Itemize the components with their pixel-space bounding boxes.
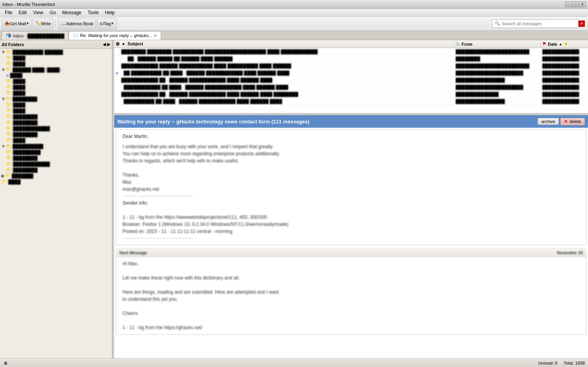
tab-inbox-label: Inbox - ████████████ <box>13 34 64 38</box>
tab-thread[interactable]: ✉️ Re: Waiting for your reply -- gHacks.… <box>69 31 161 40</box>
menu-go[interactable]: Go <box>46 9 59 16</box>
search-box: 🔍 <box>492 19 579 28</box>
folder-item[interactable]: 📁 ████ <box>0 90 112 96</box>
toolbar-separator-1 <box>56 19 56 28</box>
folder-item[interactable]: 📁 ████████ <box>0 155 112 161</box>
email-from: ████████████████ <box>454 77 541 83</box>
column-header-subject[interactable]: ⊞ ● Subject <box>114 41 454 47</box>
thread-icon: ⊞ <box>116 41 119 46</box>
email-from: ████████████████████████ <box>454 63 541 69</box>
message-thanks: Thanks, <box>122 171 580 179</box>
sender-info-line-3: Posted on: 2023 - 11 - 11 11:11:11 centr… <box>122 228 580 235</box>
email-subject: ████████████ ██ - ██████ ████████████ ██… <box>120 77 454 83</box>
email-row[interactable]: ████████████ ██ - ██████ ████████████ ██… <box>114 76 588 84</box>
write-button[interactable]: ✏️ Write <box>33 18 54 30</box>
minimize-button[interactable]: ─ <box>565 2 571 7</box>
folder-icon: 📁 <box>6 167 12 172</box>
folder-item[interactable]: 📁 ████████ <box>0 131 112 137</box>
delete-button[interactable]: ✕ delete <box>560 118 585 125</box>
sender-info-label: Sender info: <box>122 199 580 207</box>
folder-icon: 📁 <box>6 149 12 155</box>
folder-item[interactable]: 📁 ████████ <box>0 167 112 173</box>
menu-edit[interactable]: Edit <box>15 9 30 16</box>
folder-item[interactable]: 📁 ████ <box>0 179 112 184</box>
folder-item[interactable]: ▼ 📁 ████████ <box>0 96 112 102</box>
menu-view[interactable]: View <box>30 9 46 16</box>
email-status: ● <box>114 71 120 75</box>
attachment-icon: 📎 <box>456 42 460 46</box>
star-col-icon: ★ <box>564 41 568 47</box>
email-subject: ████████ ████████ ██████████ ███████████… <box>120 49 454 54</box>
message-2-sender: Next Message <box>119 250 147 255</box>
folder-list: ▼ 📁 ██████████ ██████ 📁 ████ 📁 ████ ▼ 📁 … <box>0 49 112 184</box>
folder-item[interactable]: 📁 ████████████ <box>0 125 112 131</box>
folder-tree[interactable]: ▼ 📁 ██████████ ██████ 📁 ████ 📁 ████ ▼ 📁 … <box>0 49 112 358</box>
status-icon: ● <box>122 41 125 46</box>
folder-item[interactable]: ● ████ <box>0 73 112 78</box>
menu-file[interactable]: File <box>2 9 15 16</box>
tab-inbox[interactable]: 📬 Inbox - ████████████ <box>2 31 69 40</box>
folder-item[interactable]: 📁 ████ <box>0 108 112 114</box>
sidebar: All Folders ◀ ▶ ▼ 📁 ██████████ ██████ 📁 … <box>0 40 112 358</box>
folder-item[interactable]: ▼ 📁 ██████ ████ (████) <box>0 67 112 73</box>
close-button[interactable]: ✕ <box>579 2 586 7</box>
folder-item[interactable]: ▶ 📁 ███████ <box>0 173 112 179</box>
content-area: ⊞ ● Subject 📎 From ⚑ Date ▲ ★ ████████ █… <box>114 40 588 358</box>
message-line-2: You can help us to achieve more regardin… <box>122 150 580 157</box>
folder-item[interactable]: 📁 ████████████ <box>0 161 112 167</box>
folder-item[interactable]: 📁 ████ <box>0 61 112 67</box>
msg2-line-1: Hi Max, <box>122 260 580 267</box>
email-row[interactable]: ████████████ ██ ████ - ██████ ██████████… <box>114 84 588 91</box>
folder-item[interactable]: ▼ 📁 ██████████ ██████ <box>0 49 112 55</box>
get-mail-button[interactable]: 📥 Get Mail ▼ <box>2 18 32 30</box>
tab-thread-label: Re: Waiting for your reply -- gHacks... <box>80 33 152 38</box>
thread-panel: Waiting for your reply -- gHacks technol… <box>114 115 588 358</box>
folder-item[interactable]: 📁 ████ <box>0 78 112 84</box>
email-list-header: ⊞ ● Subject 📎 From ⚑ Date ▲ ★ <box>114 40 588 48</box>
tab-close-button[interactable]: ✕ <box>154 34 157 38</box>
window-title: Inbox - Mozilla Thunderbird <box>2 2 55 7</box>
folder-item[interactable]: 📁 █████████ <box>0 149 112 155</box>
email-row[interactable]: ████████████ ██ - ██████ ████████████ ██… <box>114 91 588 98</box>
column-header-from[interactable]: 📎 From <box>454 42 541 47</box>
archive-button[interactable]: archive <box>538 118 558 125</box>
email-row[interactable]: ████████ ████████ ██████████ ███████████… <box>114 48 588 55</box>
email-from: ██████████████████████ <box>454 70 541 76</box>
thread-actions: archive ✕ delete <box>538 118 585 125</box>
folder-icon: 📁 <box>6 132 12 137</box>
menu-message[interactable]: Message <box>59 9 85 16</box>
search-close-button[interactable]: ✕ <box>579 20 585 27</box>
folder-item[interactable]: 📁 ████ <box>0 84 112 90</box>
main-layout: All Folders ◀ ▶ ▼ 📁 ██████████ ██████ 📁 … <box>0 40 588 358</box>
dropdown-arrow-icon: ▼ <box>26 22 29 25</box>
sidebar-header: All Folders ◀ ▶ <box>0 40 112 49</box>
email-row[interactable]: ██████████ ██ ████ - ██████ ████████████… <box>114 98 588 105</box>
folder-icon: 📁 <box>6 114 12 119</box>
search-input[interactable] <box>502 21 576 26</box>
menu-tools[interactable]: Tools <box>85 9 102 16</box>
menu-help[interactable]: Help <box>102 9 118 16</box>
folder-icon: 📁 <box>6 78 12 84</box>
msg2-line-4: to understand this yet you. <box>122 296 580 303</box>
column-header-date[interactable]: ⚑ Date ▲ ★ <box>541 41 588 47</box>
status-icon: 🖥 <box>3 361 7 365</box>
email-row[interactable]: ● ██ ██████████ ██ ████ - ██████ ███████… <box>114 69 588 76</box>
search-wrapper: 🔍 ✕ <box>118 19 586 28</box>
folder-item[interactable]: 📁 ████ <box>0 102 112 108</box>
folder-item[interactable]: 📁 ████ <box>0 55 112 61</box>
maximize-button[interactable]: □ <box>572 2 579 7</box>
flag-icon: ⚑ <box>542 41 546 47</box>
address-book-button[interactable]: 📖 Address Book <box>58 18 96 30</box>
tag-button[interactable]: 🏷 Tag ▼ <box>97 18 117 30</box>
message-line-1: I understand that you are busy with your… <box>122 143 580 150</box>
email-row[interactable]: ████████████ ██████ ███████████ ████ ███… <box>114 62 588 69</box>
email-row[interactable]: ██ - ██████ █████ ██ ██████ ████ ██████ … <box>114 55 588 62</box>
folder-item[interactable]: ▼ 📁 ██████████ <box>0 143 112 149</box>
folder-item[interactable]: 📁 ████████ <box>0 114 112 119</box>
msg2-cheers: Cheers <box>122 310 580 317</box>
thread-title: Waiting for your reply -- gHacks technol… <box>117 119 538 125</box>
folder-item[interactable]: 📁 ████████ <box>0 119 112 125</box>
email-from: ██████████████████████ <box>454 84 541 90</box>
email-date: ████████████ <box>541 91 588 97</box>
folder-item[interactable]: 📁 ████ <box>0 137 112 143</box>
